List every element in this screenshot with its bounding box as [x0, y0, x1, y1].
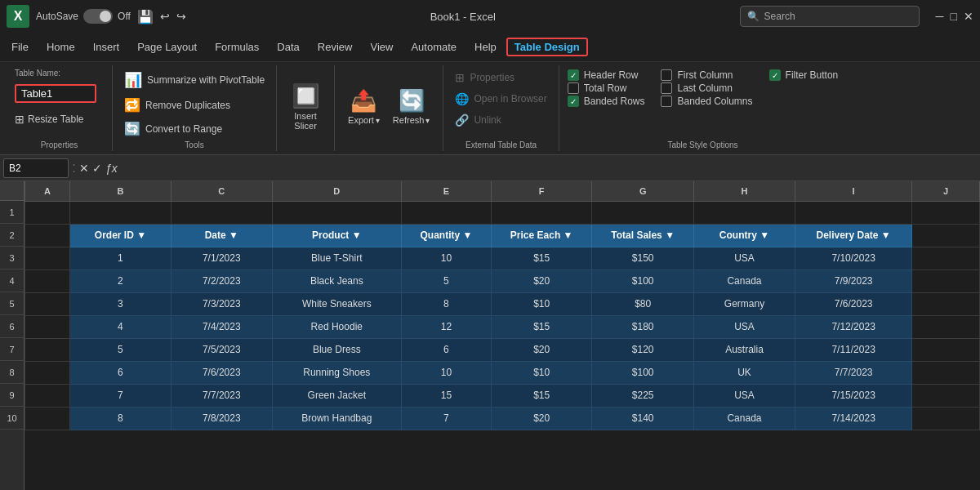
- cell-product-7[interactable]: Green Jacket: [272, 384, 401, 407]
- col-header-e[interactable]: E: [401, 181, 491, 201]
- menu-home[interactable]: Home: [38, 38, 83, 56]
- summarize-pivot-button[interactable]: 📊 Summarize with PivotTable: [121, 69, 268, 91]
- cell-product-6[interactable]: Running Shoes: [272, 361, 401, 384]
- cell-g1[interactable]: [592, 201, 694, 224]
- cancel-formula-icon[interactable]: ✕: [79, 162, 89, 175]
- cell-price-3[interactable]: $10: [492, 292, 592, 315]
- export-dropdown-arrow[interactable]: ▾: [376, 116, 380, 125]
- cell-j8[interactable]: [912, 361, 980, 384]
- cell-delivery-1[interactable]: 7/10/2023: [795, 247, 911, 270]
- redo-icon[interactable]: ↪: [176, 10, 186, 23]
- maximize-btn[interactable]: □: [951, 10, 957, 23]
- col-header-g[interactable]: G: [592, 181, 694, 201]
- cell-a6[interactable]: [25, 315, 70, 338]
- cell-order-6[interactable]: 6: [70, 361, 172, 384]
- last-col-checkbox[interactable]: [661, 82, 672, 94]
- cell-j2[interactable]: [912, 224, 980, 247]
- header-total-sales[interactable]: Total Sales ▼: [592, 224, 694, 247]
- cell-total-1[interactable]: $150: [592, 247, 694, 270]
- filter-btn-checkbox[interactable]: ✓: [769, 69, 781, 81]
- cell-c1[interactable]: [171, 201, 272, 224]
- banded-cols-checkbox[interactable]: [661, 96, 672, 107]
- cell-qty-6[interactable]: 10: [401, 361, 491, 384]
- cell-delivery-7[interactable]: 7/15/2023: [795, 384, 911, 407]
- cell-delivery-6[interactable]: 7/7/2023: [795, 361, 911, 384]
- cell-b1[interactable]: [70, 201, 172, 224]
- remove-duplicates-button[interactable]: 🔁 Remove Duplicates: [121, 95, 234, 115]
- cell-price-6[interactable]: $10: [492, 361, 592, 384]
- cell-price-8[interactable]: $20: [492, 407, 592, 430]
- cell-qty-2[interactable]: 5: [401, 270, 491, 292]
- cell-total-2[interactable]: $100: [592, 270, 694, 292]
- cell-country-1[interactable]: USA: [694, 247, 795, 270]
- minimize-btn[interactable]: ─: [936, 10, 944, 23]
- cell-date-1[interactable]: 7/1/2023: [171, 247, 272, 270]
- refresh-dropdown-arrow[interactable]: ▾: [425, 116, 430, 125]
- cell-j4[interactable]: [912, 270, 980, 292]
- header-row-checkbox[interactable]: ✓: [568, 69, 579, 81]
- header-product[interactable]: Product ▼: [272, 224, 401, 247]
- cell-a10[interactable]: [25, 407, 70, 430]
- refresh-button[interactable]: 🔄 Refresh ▾: [388, 85, 435, 128]
- resize-table-button[interactable]: ⊞ Resize Table: [15, 113, 83, 126]
- last-col-option[interactable]: Last Column: [661, 82, 752, 95]
- cell-h1[interactable]: [694, 201, 795, 224]
- total-row-checkbox[interactable]: [568, 82, 579, 94]
- header-date[interactable]: Date ▼: [171, 224, 272, 247]
- cell-date-7[interactable]: 7/7/2023: [171, 384, 272, 407]
- cell-price-5[interactable]: $20: [492, 338, 592, 361]
- cell-total-3[interactable]: $80: [592, 292, 694, 315]
- cell-date-3[interactable]: 7/3/2023: [171, 292, 272, 315]
- cell-a4[interactable]: [25, 270, 70, 292]
- cell-a5[interactable]: [25, 292, 70, 315]
- header-country[interactable]: Country ▼: [694, 224, 795, 247]
- cell-country-8[interactable]: Canada: [694, 407, 795, 430]
- menu-formulas[interactable]: Formulas: [207, 38, 267, 56]
- cell-delivery-4[interactable]: 7/12/2023: [795, 315, 911, 338]
- menu-insert[interactable]: Insert: [85, 38, 128, 56]
- cell-a1[interactable]: [25, 201, 70, 224]
- cell-total-6[interactable]: $100: [592, 361, 694, 384]
- menu-review[interactable]: Review: [310, 38, 361, 56]
- search-box[interactable]: 🔍 Search: [740, 6, 920, 27]
- cell-qty-1[interactable]: 10: [401, 247, 491, 270]
- col-header-a[interactable]: A: [25, 181, 70, 201]
- cell-order-8[interactable]: 8: [70, 407, 172, 430]
- menu-file[interactable]: File: [3, 38, 37, 56]
- first-col-option[interactable]: First Column: [661, 69, 752, 82]
- cell-delivery-2[interactable]: 7/9/2023: [795, 270, 911, 292]
- cell-product-8[interactable]: Brown Handbag: [272, 407, 401, 430]
- cell-qty-3[interactable]: 8: [401, 292, 491, 315]
- menu-page-layout[interactable]: Page Layout: [129, 38, 205, 56]
- cell-date-8[interactable]: 7/8/2023: [171, 407, 272, 430]
- cell-country-7[interactable]: USA: [694, 384, 795, 407]
- formula-input[interactable]: [121, 162, 977, 174]
- cell-j1[interactable]: [912, 201, 980, 224]
- cell-qty-7[interactable]: 15: [401, 384, 491, 407]
- cell-country-5[interactable]: Australia: [694, 338, 795, 361]
- cell-delivery-3[interactable]: 7/6/2023: [795, 292, 911, 315]
- cell-price-7[interactable]: $15: [492, 384, 592, 407]
- cell-total-7[interactable]: $225: [592, 384, 694, 407]
- cell-price-1[interactable]: $15: [492, 247, 592, 270]
- menu-data[interactable]: Data: [269, 38, 307, 56]
- banded-rows-option[interactable]: ✓ Banded Rows: [568, 95, 645, 108]
- undo-icon[interactable]: ↩: [160, 10, 170, 23]
- header-price-each[interactable]: Price Each ▼: [492, 224, 592, 247]
- cell-j7[interactable]: [912, 338, 980, 361]
- close-btn[interactable]: ✕: [964, 10, 973, 23]
- cell-product-1[interactable]: Blue T-Shirt: [272, 247, 401, 270]
- cell-i1[interactable]: [795, 201, 911, 224]
- header-delivery-date[interactable]: Delivery Date ▼: [795, 224, 911, 247]
- header-order-id[interactable]: Order ID ▼: [70, 224, 172, 247]
- table-name-input[interactable]: [15, 84, 96, 103]
- menu-help[interactable]: Help: [466, 38, 505, 56]
- cell-j5[interactable]: [912, 292, 980, 315]
- cell-total-4[interactable]: $180: [592, 315, 694, 338]
- cell-j3[interactable]: [912, 247, 980, 270]
- cell-country-2[interactable]: Canada: [694, 270, 795, 292]
- cell-price-2[interactable]: $20: [492, 270, 592, 292]
- cell-a2[interactable]: [25, 224, 70, 247]
- first-col-checkbox[interactable]: [661, 69, 672, 81]
- col-header-b[interactable]: B: [70, 181, 172, 201]
